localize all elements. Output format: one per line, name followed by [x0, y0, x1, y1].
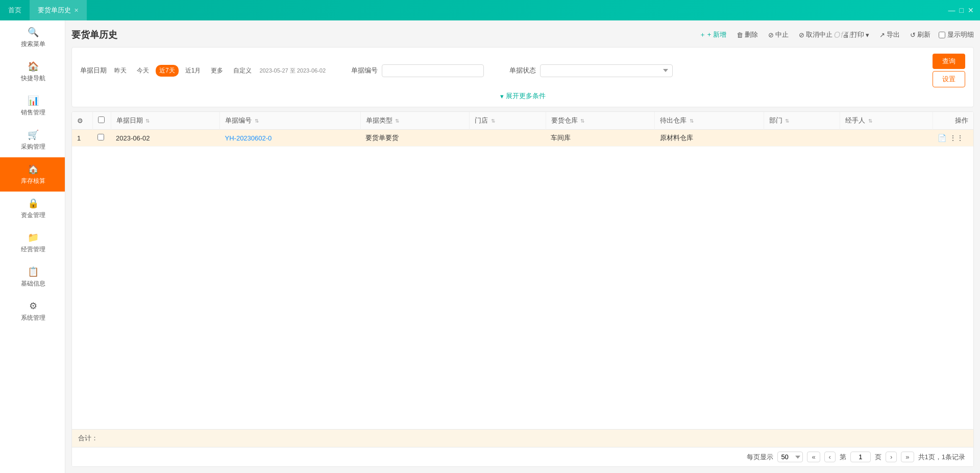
new-icon: ＋	[699, 30, 706, 39]
main-content: 要货单历史 ＋ + 新增 🗑 删除 ⊘ 中止 ⊘	[65, 20, 980, 473]
col-doc-type-sort-icon[interactable]: ⇅	[395, 118, 399, 124]
settings-icon[interactable]: ⚙	[77, 117, 83, 125]
refresh-button[interactable]: ↺ 刷新	[908, 29, 933, 40]
minimize-icon[interactable]: —	[948, 6, 955, 14]
sidebar-item-inventory[interactable]: 🏠 库存核算	[0, 157, 65, 192]
top-bar: 首页 要货单历史 ✕ — □ ✕	[0, 0, 980, 20]
print-label: 打印	[851, 30, 864, 39]
toolbar: ＋ + 新增 🗑 删除 ⊘ 中止 ⊘ 取消中止	[697, 29, 974, 40]
col-doc-no-label: 单据编号	[225, 116, 252, 124]
delete-button[interactable]: 🗑 删除	[734, 29, 760, 40]
sidebar-item-sales[interactable]: 📊 销售管理	[0, 89, 65, 123]
doc-no-input[interactable]	[382, 64, 484, 77]
filter-buttons: 查询 设置	[933, 54, 965, 87]
first-page-btn[interactable]: «	[807, 452, 820, 462]
cancel-stop-button[interactable]: ⊘ 取消中止	[797, 29, 835, 40]
new-button[interactable]: ＋ + 新增	[697, 29, 728, 40]
date-btn-custom[interactable]: 自定义	[230, 65, 255, 77]
sidebar-item-system[interactable]: ⚙ 系统管理	[0, 294, 65, 328]
col-store: 门店 ⇅	[470, 112, 546, 130]
tab-requisition-history-label: 要货单历史	[38, 6, 71, 15]
table-body: 1 2023-06-02 YH-20230602-0 要货单要货	[72, 130, 973, 147]
tab-requisition-history[interactable]: 要货单历史 ✕	[30, 0, 87, 20]
export-button[interactable]: ↗ 导出	[877, 29, 902, 40]
select-all-checkbox[interactable]	[98, 116, 105, 123]
sidebar-item-operations[interactable]: 📁 经营管理	[0, 226, 65, 260]
date-btn-yesterday[interactable]: 昨天	[111, 65, 130, 77]
sidebar-item-purchase[interactable]: 🛒 采购管理	[0, 123, 65, 157]
inventory-icon: 🏠	[28, 163, 39, 175]
col-date-sort-icon[interactable]: ⇅	[145, 118, 150, 124]
sidebar-item-search[interactable]: 🔍 搜索菜单	[0, 20, 65, 55]
date-filter-label: 单据日期	[80, 66, 107, 75]
date-btn-more[interactable]: 更多	[207, 65, 227, 77]
row-doc-no: YH-20230602-0	[220, 130, 361, 147]
operations-icon: 📁	[28, 232, 39, 243]
display-detail-checkbox[interactable]	[939, 32, 945, 38]
tab-close-icon[interactable]: ✕	[74, 7, 79, 14]
last-page-btn[interactable]: »	[901, 452, 914, 462]
table-area: ⚙ 单据日期 ⇅ 单据编号	[71, 111, 974, 467]
sidebar-item-nav[interactable]: 🏠 快捷导航	[0, 55, 65, 89]
row-no: 1	[72, 130, 92, 147]
page-input[interactable]	[850, 452, 871, 462]
cancel-stop-icon: ⊘	[799, 31, 804, 39]
row-edit-icon[interactable]: 📄	[938, 134, 946, 142]
export-label: 导出	[887, 30, 900, 39]
sidebar-label-search: 搜索菜单	[21, 40, 45, 49]
next-page-btn[interactable]: ›	[886, 452, 897, 462]
col-pending-warehouse-sort-icon[interactable]: ⇅	[690, 118, 694, 124]
page-wrapper: 要货单历史 ＋ + 新增 🗑 删除 ⊘ 中止 ⊘	[65, 20, 980, 473]
col-date-label: 单据日期	[116, 116, 143, 124]
col-dept-sort-icon[interactable]: ⇅	[785, 118, 789, 124]
close-icon[interactable]: ✕	[968, 6, 974, 14]
new-label: + 新增	[707, 30, 726, 39]
expand-more-btn[interactable]: ▾ 展开更多条件	[80, 91, 965, 101]
prev-page-btn[interactable]: ‹	[824, 452, 836, 462]
search-button[interactable]: 查询	[933, 54, 965, 69]
col-req-warehouse: 要货仓库 ⇅	[546, 112, 655, 130]
sidebar-item-finance[interactable]: 🔒 资金管理	[0, 192, 65, 226]
row-store	[470, 130, 546, 147]
row-actions: 📄 ⋮⋮	[933, 130, 973, 147]
col-dept-label: 部门	[769, 116, 782, 124]
per-page-select[interactable]: 50 20 100	[777, 452, 803, 462]
date-btn-today[interactable]: 今天	[133, 65, 153, 77]
col-req-warehouse-sort-icon[interactable]: ⇅	[580, 118, 584, 124]
total-info: 共1页，1条记录	[918, 453, 965, 462]
display-toggle[interactable]: 显示明细	[939, 30, 974, 39]
row-req-warehouse: 车间库	[546, 130, 655, 147]
system-icon: ⚙	[29, 300, 37, 312]
col-doc-no-sort-icon[interactable]: ⇅	[255, 118, 259, 124]
tab-home[interactable]: 首页	[0, 0, 30, 20]
col-settings[interactable]: ⚙	[72, 112, 92, 130]
row-action-group: 📄 ⋮⋮	[938, 134, 968, 142]
stop-icon: ⊘	[768, 31, 774, 39]
col-checkbox	[92, 112, 111, 130]
stop-button[interactable]: ⊘ 中止	[766, 29, 791, 40]
row-checkbox[interactable]	[97, 134, 104, 140]
row-more-icon[interactable]: ⋮⋮	[949, 134, 964, 142]
refresh-label: 刷新	[917, 30, 930, 39]
top-bar-right: — □ ✕	[948, 6, 980, 14]
col-handler-sort-icon[interactable]: ⇅	[868, 118, 872, 124]
maximize-icon[interactable]: □	[960, 6, 964, 14]
sidebar-label-inventory: 库存核算	[21, 177, 45, 185]
row-pending-warehouse: 原材料仓库	[655, 130, 764, 147]
delete-icon: 🗑	[737, 31, 743, 39]
date-btn-7days[interactable]: 近7天	[156, 65, 179, 77]
row-doc-no-link[interactable]: YH-20230602-0	[225, 134, 272, 142]
status-select[interactable]	[540, 64, 673, 77]
settings-button[interactable]: 设置	[933, 71, 965, 87]
date-btn-1month[interactable]: 近1月	[182, 65, 205, 77]
refresh-icon: ↺	[910, 31, 916, 39]
basic-info-icon: 📋	[28, 266, 39, 277]
row-handler	[840, 130, 933, 147]
filter-area: 单据日期 昨天 今天 近7天 近1月 更多 自定义 2023-05-27 至 2…	[71, 47, 974, 107]
purchase-icon: 🛒	[28, 129, 39, 140]
col-handler: 经手人 ⇅	[840, 112, 933, 130]
col-store-sort-icon[interactable]: ⇅	[491, 118, 495, 124]
sidebar-item-basic-info[interactable]: 📋 基础信息	[0, 260, 65, 294]
print-button[interactable]: 🖨 打印 ▾	[841, 29, 871, 40]
display-detail-label: 显示明细	[947, 30, 974, 39]
